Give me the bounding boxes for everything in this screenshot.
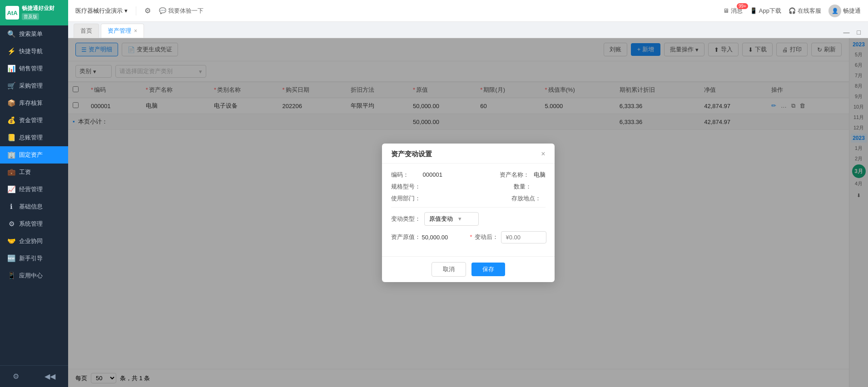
- sidebar-item-label: 总账管理: [19, 134, 43, 142]
- tab-home[interactable]: 首页: [74, 24, 99, 38]
- dialog-info-row1: 编码： 000001 资产名称： 电脑: [391, 171, 546, 179]
- tab-close-btn[interactable]: ×: [134, 28, 137, 34]
- chevron-down-icon: ▾: [458, 215, 461, 222]
- asset-name-value: 电脑: [534, 171, 546, 179]
- spec-label: 规格型号：: [391, 183, 421, 191]
- sidebar-item-sales[interactable]: 📊 销售管理: [0, 60, 68, 77]
- headset-icon: 🎧: [789, 7, 796, 14]
- inventory-icon: 📦: [7, 99, 15, 107]
- header: 医疗器械行业演示 ▾ ⚙ 💬 我要体验一下 🖥 消息 99+ 📱 App下载 🎧…: [68, 0, 868, 22]
- dialog-divider: [391, 207, 546, 208]
- sidebar-item-label: 应用中心: [19, 272, 43, 280]
- settings-bottom-icon[interactable]: ⚙: [10, 369, 22, 383]
- sidebar-item-payroll[interactable]: 💼 工资: [0, 164, 68, 181]
- sidebar-item-label: 经营管理: [19, 185, 43, 194]
- sidebar-item-label: 系统管理: [19, 220, 43, 228]
- content-area: ☰ 资产明细 📄 变更生成凭证 刘账 + 新增 批量操作 ▾: [68, 38, 868, 387]
- dialog-close-btn[interactable]: ×: [541, 150, 545, 158]
- phone-icon: 📱: [750, 7, 757, 14]
- header-divider: [136, 6, 136, 15]
- modal-overlay: 资产变动设置 × 编码： 000001 资产名称： 电脑 规格型号：: [68, 38, 868, 387]
- sidebar-item-capital[interactable]: 💰 资金管理: [0, 112, 68, 129]
- payroll-icon: 💼: [7, 168, 15, 176]
- header-right: 🖥 消息 99+ 📱 App下载 🎧 在线客服 👤 畅捷通: [723, 5, 861, 17]
- dialog-header: 资产变动设置 ×: [382, 144, 555, 164]
- capital-icon: 💰: [7, 116, 15, 124]
- sidebar-item-label: 搜索菜单: [19, 30, 43, 38]
- sidebar-item-operations[interactable]: 📈 经营管理: [0, 181, 68, 198]
- purchase-icon: 🛒: [7, 82, 15, 90]
- change-type-select[interactable]: 原值变动 ▾: [424, 212, 479, 226]
- sidebar-item-purchase[interactable]: 🛒 采购管理: [0, 77, 68, 94]
- dialog-info-row2: 规格型号： 数量：: [391, 183, 546, 191]
- settings-icon[interactable]: ⚙: [144, 6, 151, 15]
- logo-text: 畅捷通好业财 普及版: [22, 5, 55, 20]
- change-type-row: 变动类型： 原值变动 ▾: [391, 212, 546, 226]
- quicknav-icon: ⚡: [7, 47, 15, 55]
- app-download-btn[interactable]: 📱 App下载: [750, 7, 781, 15]
- sidebar-item-label: 库存核算: [19, 99, 43, 107]
- sidebar-item-label: 基础信息: [19, 203, 43, 211]
- asset-value-value: 50,000.00: [422, 234, 463, 241]
- system-icon: ⚙: [7, 220, 15, 228]
- sidebar-bottom: ⚙ ◀◀: [0, 365, 68, 387]
- messages-btn[interactable]: 🖥 消息 99+: [723, 7, 743, 15]
- tabs-right: — □: [842, 27, 863, 38]
- sidebar-item-label: 工资: [19, 168, 31, 176]
- department-label: 使用部门：: [391, 194, 421, 203]
- message-icon: 🖥: [723, 7, 729, 14]
- sidebar-item-app-center[interactable]: 📱 应用中心: [0, 267, 68, 284]
- guide-icon: 🆕: [7, 254, 15, 263]
- after-change-input[interactable]: [501, 231, 546, 243]
- sidebar-item-label: 新手引导: [19, 254, 43, 263]
- basic-info-icon: ℹ: [7, 203, 15, 211]
- save-btn[interactable]: 保存: [471, 263, 505, 276]
- sidebar-item-ledger[interactable]: 📒 总账管理: [0, 129, 68, 146]
- change-type-label: 变动类型：: [391, 215, 421, 223]
- logo-icon: AtA: [5, 6, 19, 20]
- main-area: 医疗器械行业演示 ▾ ⚙ 💬 我要体验一下 🖥 消息 99+ 📱 App下载 🎧…: [68, 0, 868, 387]
- dialog-info-row3: 使用部门： 存放地点：: [391, 194, 546, 203]
- online-service-btn[interactable]: 🎧 在线客服: [789, 7, 821, 15]
- sidebar-item-label: 快捷导航: [19, 47, 43, 55]
- collapse-icon[interactable]: ◀◀: [42, 369, 58, 383]
- sidebar-item-label: 资金管理: [19, 116, 43, 124]
- storage-label: 存放地点：: [511, 194, 541, 203]
- tab-asset-management[interactable]: 资产管理 ×: [101, 24, 144, 38]
- sidebar-item-inventory[interactable]: 📦 库存核算: [0, 94, 68, 112]
- experience-btn[interactable]: 💬 我要体验一下: [159, 7, 203, 15]
- tab-minimize-btn[interactable]: —: [842, 27, 852, 38]
- sidebar-item-label: 采购管理: [19, 82, 43, 90]
- sidebar-item-guide[interactable]: 🆕 新手引导: [0, 250, 68, 267]
- code-label: 编码：: [391, 171, 418, 179]
- company-selector[interactable]: 医疗器械行业演示 ▾: [75, 7, 128, 15]
- tab-expand-btn[interactable]: □: [855, 27, 863, 38]
- sidebar-item-fixed-assets[interactable]: 🏢 固定资产: [0, 146, 68, 164]
- asset-name-label: 资产名称：: [500, 171, 529, 179]
- sidebar-nav: 🔍 搜索菜单 ⚡ 快捷导航 📊 销售管理 🛒 采购管理 📦 库存核算 💰 资金管…: [0, 25, 68, 365]
- search-icon: 🔍: [7, 30, 15, 38]
- quantity-label: 数量：: [514, 183, 541, 191]
- after-change-label: * 变动后：: [470, 233, 497, 241]
- sidebar-item-basic-info[interactable]: ℹ 基础信息: [0, 198, 68, 215]
- sales-icon: 📊: [7, 64, 15, 73]
- tabs-bar: 首页 资产管理 × — □: [68, 22, 868, 38]
- avatar: 👤: [828, 5, 841, 17]
- asset-value-label: 资产原值：: [391, 233, 418, 241]
- sidebar-item-label: 固定资产: [19, 151, 43, 159]
- dialog-body: 编码： 000001 资产名称： 电脑 规格型号： 数量： 使用: [382, 164, 555, 256]
- messages-badge: 99+: [737, 3, 748, 9]
- user-menu[interactable]: 👤 畅捷通: [828, 5, 861, 17]
- app-center-icon: 📱: [7, 272, 15, 280]
- asset-change-dialog: 资产变动设置 × 编码： 000001 资产名称： 电脑 规格型号：: [382, 144, 555, 282]
- sidebar-logo: AtA 畅捷通好业财 普及版: [0, 0, 68, 25]
- sidebar-item-system[interactable]: ⚙ 系统管理: [0, 215, 68, 233]
- sidebar-item-quicknav[interactable]: ⚡ 快捷导航: [0, 43, 68, 60]
- dialog-title: 资产变动设置: [391, 150, 432, 159]
- sidebar-item-enterprise[interactable]: 🤝 企业协同: [0, 233, 68, 250]
- cancel-btn[interactable]: 取消: [432, 262, 466, 277]
- dialog-footer: 取消 保存: [382, 256, 555, 282]
- experience-icon: 💬: [159, 7, 166, 14]
- sidebar-item-search[interactable]: 🔍 搜索菜单: [0, 25, 68, 43]
- ledger-icon: 📒: [7, 134, 15, 142]
